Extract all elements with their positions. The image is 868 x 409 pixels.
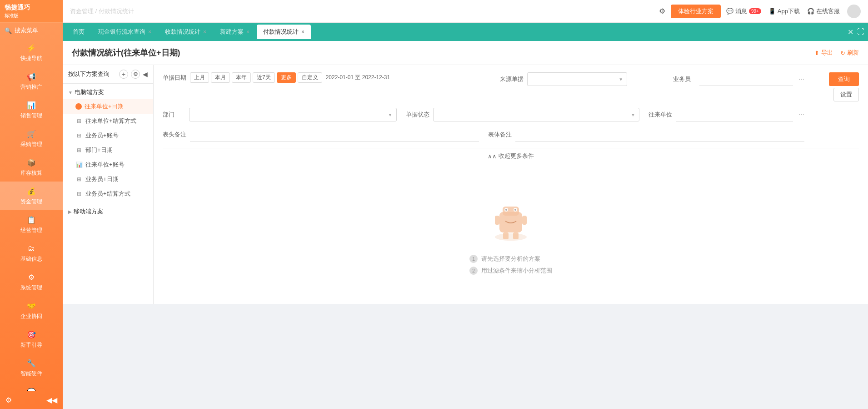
avatar[interactable] (847, 5, 861, 18)
mobile-icon: 📱 (768, 8, 776, 15)
refresh-button[interactable]: ↻ 刷新 (840, 49, 859, 57)
scheme-item-partner-account[interactable]: 📊 往来单位+账号 (63, 157, 153, 172)
search-menu[interactable]: 🔍 搜索菜单 (0, 23, 63, 38)
collapse-bar[interactable]: ∧∧ 收起更多条件 (163, 148, 859, 164)
inventory-icon: 📦 (26, 157, 36, 167)
date-btn-7days[interactable]: 近7天 (253, 72, 275, 83)
sidebar-item-label: 智能硬件 (20, 370, 42, 378)
sidebar-item-purchase[interactable]: 🛒 采购管理 (0, 124, 63, 153)
export-button[interactable]: ⬆ 导出 (814, 49, 833, 57)
sales-icon: 📊 (26, 100, 36, 110)
tab-receipt-stats-label: 收款情况统计 (165, 28, 200, 36)
partner-dots-icon[interactable]: ··· (798, 111, 804, 119)
scheme-item-staff-date[interactable]: ⊞ 业务员+日期 (63, 172, 153, 187)
tab-receipt-stats-close-icon[interactable]: × (203, 29, 206, 35)
date-btn-last-month[interactable]: 上月 (190, 72, 209, 83)
tab-bar-end: ✕ ⛶ (848, 28, 864, 36)
sidebar-item-wechat[interactable]: 💬 企业微信 (0, 382, 63, 391)
status-select[interactable]: ▼ (433, 108, 640, 121)
search-icon: 🔍 (5, 27, 12, 34)
sidebar-item-sales[interactable]: 📊 销售管理 (0, 96, 63, 124)
main-content: 资金管理 / 付款情况统计 ⚙ 体验行业方案 💬 消息 99+ 📱 App下载 … (63, 0, 868, 409)
date-btn-more[interactable]: 更多 (277, 72, 296, 83)
scheme-item-staff-account[interactable]: ⊞ 业务员+账号 (63, 128, 153, 143)
staff-dots-icon[interactable]: ··· (798, 75, 804, 83)
scheme-item-label: 往来单位+日期 (85, 102, 124, 111)
partner-input[interactable] (676, 108, 793, 121)
date-btn-this-year[interactable]: 本年 (232, 72, 251, 83)
scheme-item-partner-settlement[interactable]: ⊞ 往来单位+结算方式 (63, 114, 153, 128)
empty-illustration (484, 198, 538, 244)
notification-item[interactable]: 💬 消息 99+ (726, 7, 761, 15)
settings-gear-icon[interactable]: ⚙ (5, 396, 12, 404)
page-content: 付款情况统计(往来单位+日期) ⬆ 导出 ↻ 刷新 按以下方案查询 + (63, 41, 868, 409)
filter-date-item: 单据日期 上月 本月 本年 近7天 更多 自定义 2022-01-01 至 20… (163, 72, 491, 83)
tip-text-2: 用过滤条件来缩小分析范围 (481, 265, 552, 277)
scheme-item-staff-settlement[interactable]: ⊞ 业务员+结算方式 (63, 187, 153, 201)
filter-partner-item: 往来单位 ··· (649, 108, 804, 121)
dept-select[interactable]: ▼ (189, 108, 397, 121)
scheme-table-icon5: ⊞ (75, 190, 83, 197)
page-title: 付款情况统计(往来单位+日期) (72, 47, 180, 58)
header-note-input[interactable] (190, 128, 479, 141)
partner-label: 往来单位 (649, 111, 672, 119)
sidebar-item-hardware[interactable]: 🔧 智能硬件 (0, 353, 63, 382)
scheme-table-icon4: ⊞ (75, 176, 83, 183)
filter-source-item: 来源单据 ▼ (500, 72, 664, 86)
scheme-setting-button[interactable]: ⚙ (131, 70, 140, 79)
date-btn-this-month[interactable]: 本月 (211, 72, 230, 83)
scheme-item-dept-date[interactable]: ⊞ 部门+日期 (63, 143, 153, 157)
sidebar-item-marketing[interactable]: 📢 营销推广 (0, 67, 63, 96)
scheme-group-mobile-title[interactable]: ▶ 移动端方案 (63, 205, 153, 218)
tab-payment-stats-close-icon[interactable]: × (301, 29, 304, 35)
refresh-label: 刷新 (847, 49, 859, 57)
source-select[interactable]: ▼ (527, 72, 627, 86)
sidebar-logo: 畅捷通巧 标准版 (0, 0, 63, 23)
sidebar-item-operations[interactable]: 📋 经营管理 (0, 210, 63, 239)
sidebar: 畅捷通巧 标准版 🔍 搜索菜单 ⚡ 快捷导航 📢 营销推广 📊 销售管理 🛒 采… (0, 0, 63, 409)
scheme-group-mobile: ▶ 移动端方案 (63, 203, 153, 220)
tab-bank-flow[interactable]: 现金银行流水查询 × (92, 25, 158, 39)
tab-home[interactable]: 首页 (66, 25, 91, 39)
tab-bank-flow-close-icon[interactable]: × (148, 29, 151, 35)
scheme-item-label: 往来单位+账号 (85, 161, 125, 169)
sidebar-item-system[interactable]: ⚙ 系统管理 (0, 268, 63, 296)
sidebar-item-inventory[interactable]: 📦 库存核算 (0, 153, 63, 182)
sidebar-nav: ⚡ 快捷导航 📢 营销推广 📊 销售管理 🛒 采购管理 📦 库存核算 💰 资金管… (0, 38, 63, 391)
body-note-input[interactable] (515, 128, 804, 141)
close-all-tabs-icon[interactable]: ✕ (848, 28, 853, 36)
settings-icon[interactable]: ⚙ (659, 7, 665, 15)
query-button[interactable]: 查询 (829, 72, 859, 86)
collapse-sidebar-icon[interactable]: ◀◀ (46, 396, 57, 404)
scheme-group-desktop-title[interactable]: ▼ 电脑端方案 (63, 86, 153, 99)
setting-button[interactable]: 设置 (833, 88, 859, 101)
sidebar-item-guide[interactable]: 🎯 新手引导 (0, 325, 63, 353)
tab-receipt-stats[interactable]: 收款情况统计 × (159, 25, 213, 39)
staff-input[interactable] (699, 72, 793, 86)
sidebar-item-basic-info[interactable]: 🗂 基础信息 (0, 239, 63, 268)
online-service-item[interactable]: 🎧 在线客服 (807, 7, 840, 15)
tab-new-scheme-close-icon[interactable]: × (246, 29, 249, 35)
scheme-item-partner-date[interactable]: 往来单位+日期 (63, 99, 153, 114)
filter-row-1: 单据日期 上月 本月 本年 近7天 更多 自定义 2022-01-01 至 20… (163, 72, 859, 101)
maximize-icon[interactable]: ⛶ (857, 28, 864, 36)
app-download-item[interactable]: 📱 App下载 (768, 7, 800, 15)
scheme-collapse-button[interactable]: ◀ (143, 71, 148, 78)
tab-new-scheme[interactable]: 新建方案 × (214, 25, 256, 39)
date-btn-custom[interactable]: 自定义 (298, 72, 322, 83)
sidebar-item-cooperation[interactable]: 🤝 企业协同 (0, 296, 63, 325)
finance-icon: 💰 (26, 186, 36, 196)
sidebar-item-quick-nav[interactable]: ⚡ 快捷导航 (0, 38, 63, 67)
group-expand-icon2: ▶ (68, 209, 72, 214)
scheme-add-button[interactable]: + (119, 70, 128, 79)
notification-badge: 99+ (749, 8, 761, 14)
sidebar-item-finance[interactable]: 💰 资金管理 (0, 182, 63, 210)
filter-dept-item: 部门 ▼ (163, 108, 397, 121)
try-industry-button[interactable]: 体验行业方案 (671, 5, 721, 18)
sidebar-item-label: 营销推广 (20, 83, 42, 91)
export-label: 导出 (821, 49, 833, 57)
app-download-label: App下载 (778, 7, 800, 15)
tab-payment-stats[interactable]: 付款情况统计 × (257, 25, 311, 39)
filter-status-item: 单据状态 ▼ (406, 108, 640, 121)
filter-body-note-item: 表体备注 (488, 128, 804, 141)
